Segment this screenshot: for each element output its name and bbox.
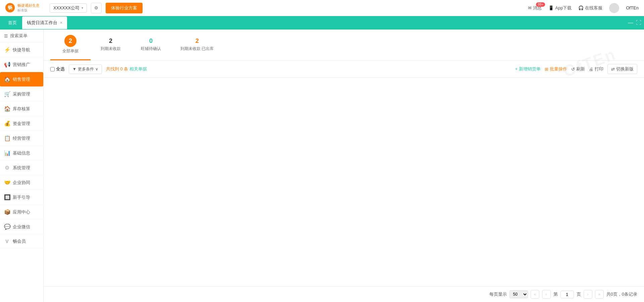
- tab-home[interactable]: 首页: [3, 16, 22, 29]
- filter-icon: ▼: [72, 67, 76, 71]
- select-all-checkbox[interactable]: [50, 67, 55, 71]
- batch-label: 批量操作: [550, 66, 567, 72]
- user-name[interactable]: OfTEn: [626, 5, 639, 10]
- capital-icon: 💰: [4, 120, 10, 127]
- experience-btn[interactable]: 体验行业方案: [106, 3, 143, 13]
- tab-expand-btn[interactable]: ⛶: [636, 20, 641, 26]
- prev-page-button[interactable]: ‹: [542, 290, 551, 299]
- filter-button[interactable]: ▼ 更多条件 ∨: [69, 64, 102, 74]
- sidebar-item-inventory[interactable]: 🏠 库存核算: [0, 102, 43, 116]
- sidebar-item-sales[interactable]: 🏠 销售管理: [0, 72, 43, 87]
- sidebar-item-wechat[interactable]: 💬 企业微信: [0, 220, 43, 234]
- print-icon: 🖨: [589, 67, 593, 72]
- switch-icon: ⇄: [611, 67, 615, 72]
- headset-icon: 🎧: [578, 5, 584, 10]
- guide-icon: 🔲: [4, 194, 10, 200]
- sales-icon: 🏠: [4, 76, 10, 82]
- message-btn[interactable]: ✉ 消息 99+: [528, 5, 542, 11]
- top-right-area: ✉ 消息 99+ 📱 App下载 🎧 在线客服 OfTEn: [528, 3, 639, 13]
- found-prefix: 共找到: [106, 66, 119, 71]
- print-label: 打印: [595, 66, 603, 72]
- sidebar-item-label: 应用中心: [13, 209, 30, 215]
- page-word: 第: [553, 291, 558, 297]
- filter-label: 更多条件: [78, 66, 94, 72]
- stat-card-all[interactable]: 2 全部单据: [50, 29, 91, 60]
- cooperation-icon: 🤝: [4, 179, 10, 186]
- select-all-label: 全选: [56, 66, 65, 72]
- print-button[interactable]: 🖨 打印: [589, 66, 603, 72]
- tab-close-btn[interactable]: ×: [60, 20, 62, 25]
- sidebar-item-marketing[interactable]: 📢 营销推广: [0, 57, 43, 72]
- stat-number-overdue: 2: [109, 38, 112, 45]
- refresh-label: 刷新: [576, 66, 585, 72]
- sidebar: ☰ 搜索菜单 ⚡ 快捷导航 📢 营销推广 🏠 销售管理 🛒 采购管理 🏠 库存核…: [0, 29, 44, 302]
- stat-label-all: 全部单据: [62, 48, 78, 54]
- stat-card-pending[interactable]: 0 旺辅待确认: [131, 29, 171, 60]
- found-count: 共找到 0 条 相关单据: [106, 66, 147, 72]
- first-page-button[interactable]: «: [531, 290, 539, 299]
- sidebar-item-system[interactable]: ⚙ 系统管理: [0, 161, 43, 175]
- stats-row: 2 全部单据 2 到期未收款 0 旺辅待确认 2 到期未收款 已出库: [44, 29, 644, 61]
- sidebar-item-label: 快捷导航: [13, 47, 30, 53]
- add-sale-button[interactable]: + 新增销货单: [515, 66, 541, 72]
- system-icon: ⚙: [4, 165, 10, 171]
- sidebar-item-member[interactable]: V 畅会员: [0, 234, 43, 249]
- batch-operation-button[interactable]: ⊞ 批量操作: [545, 66, 567, 72]
- table-area: [44, 78, 644, 286]
- next-page-button[interactable]: ›: [584, 290, 592, 299]
- sidebar-item-cooperation[interactable]: 🤝 企业协同: [0, 175, 43, 190]
- sidebar-item-app-center[interactable]: 📦 应用中心: [0, 205, 43, 220]
- toolbar: 全选 ▼ 更多条件 ∨ 共找到 0 条 相关单据 + 新增销货单 ⊞ 批量操作: [44, 61, 644, 78]
- basic-info-icon: 📊: [4, 150, 10, 156]
- settings-button[interactable]: ⚙: [91, 3, 102, 13]
- stat-card-overdue-out[interactable]: 2 到期未收款 已出库: [171, 29, 223, 60]
- sidebar-item-guide[interactable]: 🔲 新手引导: [0, 190, 43, 205]
- page-label: 页: [577, 291, 581, 297]
- tab-active[interactable]: 钱货日清工作台 ×: [22, 16, 67, 29]
- sidebar-item-label: 企业微信: [13, 224, 30, 230]
- search-label: 搜索菜单: [10, 33, 28, 39]
- logo-icon: 畅: [5, 3, 15, 12]
- last-page-button[interactable]: »: [595, 290, 604, 299]
- avatar[interactable]: [609, 3, 619, 13]
- tab-bar-actions: — ⛶: [628, 20, 644, 26]
- found-link[interactable]: 相关单据: [129, 66, 147, 71]
- page-size-select[interactable]: 50 10 20 100: [509, 290, 528, 298]
- page-input[interactable]: [560, 291, 574, 298]
- sidebar-item-basic-info[interactable]: 📊 基础信息: [0, 146, 43, 161]
- logo-area: 畅 畅捷通好生意 标准版: [5, 3, 46, 12]
- select-all-checkbox-area[interactable]: 全选: [50, 66, 65, 72]
- sidebar-search[interactable]: ☰ 搜索菜单: [0, 29, 43, 43]
- stat-card-overdue[interactable]: 2 到期未收款: [91, 29, 131, 60]
- sidebar-item-quick-nav[interactable]: ⚡ 快捷导航: [0, 43, 43, 57]
- refresh-icon: ↺: [571, 67, 575, 72]
- sidebar-item-label: 营销推广: [13, 62, 30, 68]
- sidebar-item-label: 企业协同: [13, 180, 30, 186]
- switch-version-button[interactable]: ⇄ 切换新版: [607, 64, 637, 74]
- stat-number-pending: 0: [149, 38, 153, 45]
- stat-number-overdue-out: 2: [196, 38, 199, 45]
- refresh-button[interactable]: ↺ 刷新: [571, 66, 585, 72]
- company-selector[interactable]: XXXXXX公司 ▾: [50, 3, 87, 13]
- app-download-label: App下载: [555, 5, 572, 11]
- sidebar-item-capital[interactable]: 💰 资金管理: [0, 116, 43, 131]
- batch-icon: ⊞: [545, 67, 548, 72]
- wechat-icon: 💬: [4, 224, 10, 230]
- app-download-btn[interactable]: 📱 App下载: [548, 5, 572, 11]
- pagination: 每页显示 50 10 20 100 « ‹ 第 页 › » 共0页，0条记录: [44, 286, 644, 302]
- online-service-btn[interactable]: 🎧 在线客服: [578, 5, 602, 11]
- dropdown-arrow-icon: ▾: [82, 6, 83, 10]
- logo-badge: 标准版: [17, 8, 40, 13]
- tab-minimize-btn[interactable]: —: [628, 20, 633, 26]
- inventory-icon: 🏠: [4, 106, 10, 112]
- found-unit: 条: [124, 66, 128, 71]
- sidebar-item-label: 畅会员: [13, 238, 26, 244]
- operation-icon: 📋: [4, 135, 10, 141]
- tab-label: 钱货日清工作台: [27, 20, 57, 26]
- toolbar-right: + 新增销货单 ⊞ 批量操作 ↺ 刷新 🖨 打印 ⇄ 切换新版: [515, 64, 637, 74]
- sidebar-item-label: 新手引导: [13, 194, 30, 200]
- marketing-icon: 📢: [4, 61, 10, 68]
- sidebar-item-operation[interactable]: 📋 经营管理: [0, 131, 43, 146]
- sidebar-item-purchase[interactable]: 🛒 采购管理: [0, 87, 43, 102]
- stat-label-pending: 旺辅待确认: [141, 46, 161, 52]
